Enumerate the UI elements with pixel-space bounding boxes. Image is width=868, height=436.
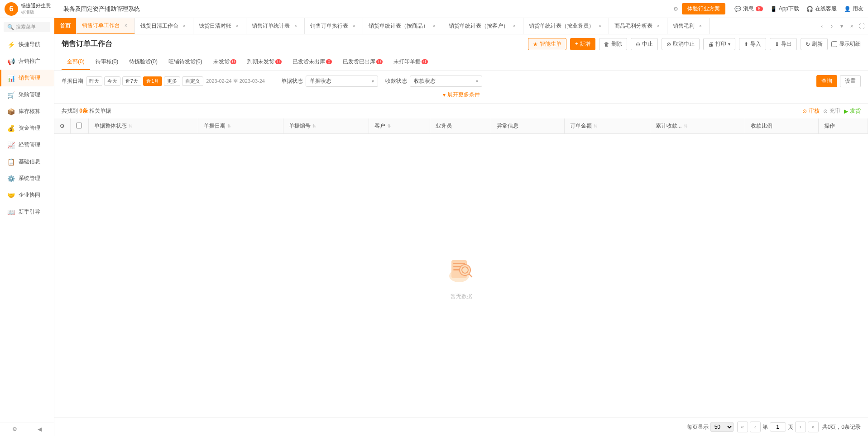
user-menu[interactable]: 👤 用友 <box>844 5 863 13</box>
th-date[interactable]: 单据日期⇅ <box>198 118 283 134</box>
tab-order-exec[interactable]: 销售订单执行表 × <box>305 18 363 34</box>
delete-button[interactable]: 🗑 删除 <box>599 38 627 50</box>
th-anomaly[interactable]: 异常信息 <box>491 118 565 134</box>
sidebar-item-cooperation[interactable]: 🤝 企业协同 <box>0 187 54 204</box>
th-salesperson[interactable]: 业务员 <box>430 118 491 134</box>
page-last-button[interactable]: » <box>808 422 819 432</box>
tab-daily-reconcile[interactable]: 钱货日清对账 × <box>193 18 246 34</box>
th-settings[interactable]: ⚙ <box>54 118 71 134</box>
tab-sales-gross[interactable]: 销售毛利 × <box>667 18 710 34</box>
th-collected[interactable]: 累计收款...⇅ <box>650 118 745 134</box>
search-button[interactable]: 查询 <box>816 75 837 87</box>
tab-order-stats[interactable]: 销售订单统计表 × <box>246 18 305 34</box>
tab-home[interactable]: 首页 <box>54 18 77 34</box>
tab-close-sales-workbench[interactable]: × <box>123 23 129 29</box>
print-button[interactable]: 🖨 打印 ▾ <box>703 38 735 50</box>
sidebar-item-marketing[interactable]: 📢 营销推广 <box>0 53 54 70</box>
filter-tab-pending-review[interactable]: 待审核(0) <box>90 54 124 70</box>
refresh-button[interactable]: ↻ 刷新 <box>801 38 828 50</box>
import-button[interactable]: ⬆ 导入 <box>739 38 766 50</box>
search-menu-button[interactable]: 🔍 搜索菜单 <box>4 22 50 32</box>
industry-button[interactable]: 体验行业方案 <box>682 3 725 14</box>
date-btn-7days[interactable]: 近7天 <box>122 76 141 86</box>
tab-close-sales-by-staff[interactable]: × <box>597 23 603 29</box>
tab-close-sales-by-customer[interactable]: × <box>511 23 518 29</box>
th-status[interactable]: 单据整体状态⇅ <box>89 118 198 134</box>
page-size-select[interactable]: 10 20 50 100 <box>710 422 734 432</box>
quick-ship-button[interactable]: ▶ 发货 <box>844 107 861 115</box>
suspend-button[interactable]: ⊙ 中止 <box>631 38 658 50</box>
smart-create-button[interactable]: ★ 智能生单 <box>528 38 566 50</box>
tab-close-sales-by-product[interactable]: × <box>431 23 437 29</box>
page-prev-button[interactable]: ‹ <box>750 422 761 432</box>
tab-sales-workbench[interactable]: 销售订单工作台 × <box>77 18 135 34</box>
sidebar-item-basics[interactable]: 📋 基础信息 <box>0 153 54 170</box>
sidebar: 🔍 搜索菜单 ⚡ 快捷导航 📢 营销推广 📊 销售管理 🛒 采购管理 � <box>0 18 54 436</box>
collapse-icon[interactable]: ◀ <box>38 426 42 432</box>
quick-cancel-button[interactable]: ⊘ 充审 <box>823 107 840 115</box>
tab-close-order-stats[interactable]: × <box>293 23 299 29</box>
export-button[interactable]: ⬇ 导出 <box>770 38 797 50</box>
filter-tab-shipped-out[interactable]: 已发货已出库0 <box>337 54 388 70</box>
payment-select[interactable]: 收款状态 ▾ <box>410 76 482 87</box>
date-btn-more[interactable]: 更多 <box>164 76 180 86</box>
page-first-button[interactable]: « <box>737 422 748 432</box>
tab-sales-by-staff[interactable]: 销货单统计表（按业务员） × <box>523 18 609 34</box>
message-button[interactable]: 💬 消息 6 <box>734 5 763 13</box>
app-download-button[interactable]: 📱 App下载 <box>770 5 799 13</box>
page-next-button[interactable]: › <box>795 422 806 432</box>
tab-close-daily-clear[interactable]: × <box>181 23 187 29</box>
th-checkbox[interactable] <box>71 118 89 134</box>
filter-tab-all[interactable]: 全部(0) <box>62 54 90 70</box>
tab-dropdown[interactable]: ▾ <box>837 22 846 31</box>
date-btn-1month[interactable]: 近1月 <box>143 76 162 86</box>
date-btn-custom[interactable]: 自定义 <box>182 76 203 86</box>
sidebar-item-guide[interactable]: 📖 新手引导 <box>0 204 54 220</box>
filter-tab-unshipped[interactable]: 未发货0 <box>208 54 242 70</box>
tab-scroll-left[interactable]: ‹ <box>817 22 826 31</box>
sidebar-item-purchase[interactable]: 🛒 采购管理 <box>0 86 54 103</box>
sidebar-item-label: 库存核算 <box>19 108 40 115</box>
tab-gross-profit[interactable]: 商品毛利分析表 × <box>609 18 667 34</box>
cancel-suspend-button[interactable]: ⊘ 取消中止 <box>662 38 700 50</box>
tab-sales-by-product[interactable]: 销货单统计表（按商品） × <box>363 18 443 34</box>
tab-close-sales-gross[interactable]: × <box>697 23 704 29</box>
filter-tab-overdue-ship[interactable]: 到期未发货0 <box>242 54 287 70</box>
th-customer[interactable]: 客户⇅ <box>369 118 430 134</box>
filter-settings-button[interactable]: 设置 <box>840 75 861 87</box>
sidebar-item-management[interactable]: 📈 经营管理 <box>0 137 54 153</box>
expand-filters-button[interactable]: ▾ 展开更多条件 <box>443 91 480 99</box>
tab-close-order-exec[interactable]: × <box>351 23 357 29</box>
status-select[interactable]: 单据状态 ▾ <box>306 76 378 87</box>
sidebar-item-sales[interactable]: 📊 销售管理 <box>0 70 54 86</box>
filter-tab-shipped-not-out[interactable]: 已发货未出库0 <box>287 54 338 70</box>
page-number-input[interactable] <box>770 422 786 431</box>
new-button[interactable]: + 新增 <box>570 38 595 50</box>
table-scroll[interactable]: ⚙ 单据整体状态⇅ 单据日期⇅ 单据编号⇅ 客户⇅ 业务员 异常信息 订单金额⇅… <box>54 118 868 134</box>
filter-tab-unprinted[interactable]: 未打印单据0 <box>388 54 433 70</box>
select-all-checkbox[interactable] <box>76 123 82 128</box>
settings-gear-icon[interactable]: ⚙ <box>12 426 17 432</box>
date-btn-today[interactable]: 今天 <box>104 76 120 86</box>
tab-daily-clear[interactable]: 钱货日清工作台 × <box>135 18 193 34</box>
tab-sales-by-customer[interactable]: 销货单统计表（按客户） × <box>443 18 523 34</box>
tab-scroll-right[interactable]: › <box>827 22 836 31</box>
detail-checkbox-input[interactable] <box>831 41 837 47</box>
tab-close-gross-profit[interactable]: × <box>655 23 662 29</box>
filter-tab-wangpu-ship[interactable]: 旺铺待发货(0) <box>163 54 208 70</box>
sidebar-item-finance[interactable]: 💰 资金管理 <box>0 120 54 137</box>
sidebar-item-inventory[interactable]: 📦 库存核算 <box>0 103 54 120</box>
tab-close-all[interactable]: × <box>847 22 856 31</box>
th-number[interactable]: 单据编号⇅ <box>283 118 369 134</box>
online-service-button[interactable]: 🎧 在线客服 <box>806 5 837 13</box>
sidebar-item-quick-nav[interactable]: ⚡ 快捷导航 <box>0 36 54 53</box>
th-amount[interactable]: 订单金额⇅ <box>565 118 650 134</box>
sidebar-item-system[interactable]: ⚙️ 系统管理 <box>0 170 54 187</box>
tab-maximize[interactable]: ⛶ <box>857 22 866 31</box>
tab-close-daily-reconcile[interactable]: × <box>234 23 240 29</box>
filter-tab-pending-inspect[interactable]: 待拣验货(0) <box>124 54 163 70</box>
quick-review-button[interactable]: ⊙ 审核 <box>802 107 820 115</box>
show-detail-checkbox[interactable]: 显示明细 <box>831 40 861 48</box>
date-btn-yesterday[interactable]: 昨天 <box>86 76 102 86</box>
gear-icon[interactable]: ⚙ <box>673 6 678 12</box>
